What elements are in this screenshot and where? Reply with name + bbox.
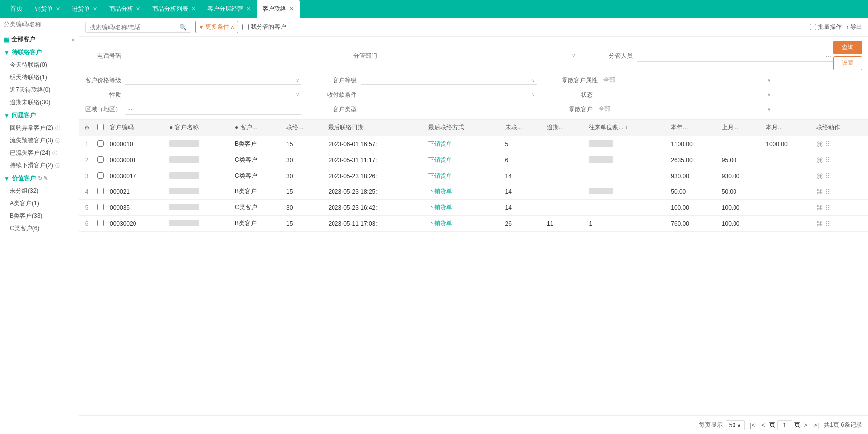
row-code: 00030020 <box>107 216 166 232</box>
row-last-method: 下销货单 <box>425 184 502 200</box>
sidebar-group-problem[interactable]: ▼ 问题客户 <box>0 109 79 122</box>
select-all-checkbox[interactable] <box>97 124 104 130</box>
nav-tab-3[interactable]: 商品分析列表 ✕ <box>146 0 201 18</box>
last-page-button[interactable]: >| <box>811 420 821 430</box>
sidebar-collapse-icon[interactable]: « <box>71 36 75 43</box>
row-last-method-link[interactable]: 下销货单 <box>428 172 452 179</box>
row-checkbox[interactable] <box>97 220 104 226</box>
sidebar-all-customers-header[interactable]: ▦ 全部客户 « <box>0 31 79 46</box>
status-select[interactable]: ∨ <box>597 90 773 99</box>
close-tab-1-icon[interactable]: ✕ <box>93 6 97 12</box>
row-more-icon[interactable]: ⠿ <box>825 140 830 148</box>
close-tab-3-icon[interactable]: ✕ <box>191 6 196 12</box>
row-last-method-link[interactable]: 下销货单 <box>428 188 452 195</box>
nav-tab-1[interactable]: 进货单 ✕ <box>66 0 103 18</box>
sidebar-group-pending[interactable]: ▼ 待联络客户 <box>0 46 79 59</box>
row-contact-icon[interactable]: ⌘ <box>816 220 823 228</box>
row-last-method-link[interactable]: 下销货单 <box>428 220 452 227</box>
sidebar-item-overdue[interactable]: 逾期未联络(30) <box>0 96 79 109</box>
row-actions: ⌘ ⠿ <box>813 136 868 152</box>
phone-input[interactable] <box>125 51 322 61</box>
row-more-icon[interactable]: ⠿ <box>825 220 830 228</box>
row-contact-icon[interactable]: ⌘ <box>816 140 823 148</box>
refresh-icon[interactable]: ↻ <box>38 175 42 182</box>
row-this-month <box>763 184 813 200</box>
row-checkbox[interactable] <box>97 188 104 194</box>
table-header-row: ⚙ 客户编码 ● 客户名称 ● 客户... 联络... 最后联络日期 最后联络方… <box>79 120 868 136</box>
nav-home[interactable]: 首页 <box>4 0 29 18</box>
row-more-icon[interactable]: ⠿ <box>825 172 830 180</box>
row-contact-icon[interactable]: ⌘ <box>816 172 823 180</box>
sidebar-group-value[interactable]: ▼ 价值客户 ↻ ✎ <box>0 172 79 185</box>
row-more-icon[interactable]: ⠿ <box>825 204 830 212</box>
query-button[interactable]: 查询 <box>833 41 862 54</box>
batch-ops-button[interactable]: 批量操作 <box>810 23 842 31</box>
nav-tab-5[interactable]: 客户联络 ✕ <box>257 0 300 18</box>
dept-select[interactable]: ∨ <box>381 51 578 60</box>
row-last-method: 下销货单 <box>425 200 502 216</box>
next-page-button[interactable]: > <box>802 420 810 430</box>
sidebar-item-tomorrow[interactable]: 明天待联络(1) <box>0 71 79 84</box>
row-checkbox[interactable] <box>97 156 104 163</box>
close-tab-5-icon[interactable]: ✕ <box>289 6 294 12</box>
reset-button[interactable]: 设置 <box>833 56 862 70</box>
arrow-down-icon-2: ▼ <box>4 112 10 119</box>
row-contact-icon[interactable]: ⌘ <box>816 204 823 212</box>
close-tab-0-icon[interactable]: ✕ <box>56 6 60 12</box>
sidebar-item-a-class[interactable]: A类客户(1) <box>0 197 79 210</box>
row-contact-icon[interactable]: ⌘ <box>816 156 823 164</box>
sidebar-item-churned[interactable]: 已流失客户(24) ⓘ <box>0 147 79 159</box>
retail-label: 零散客户 <box>557 105 597 114</box>
sidebar-item-today[interactable]: 今天待联络(0) <box>0 59 79 71</box>
my-customers-checkbox[interactable] <box>242 24 249 30</box>
row-last-method-link[interactable]: 下销货单 <box>428 156 452 163</box>
sidebar-item-churn-warning[interactable]: 流失预警客户(3) ⓘ <box>0 134 79 147</box>
nav-tab-4[interactable]: 客户分层经营 ✕ <box>201 0 257 18</box>
sidebar-item-7days[interactable]: 近7天待联络(0) <box>0 84 79 96</box>
row-checkbox[interactable] <box>97 204 104 210</box>
nature-select[interactable]: ∨ <box>125 90 301 99</box>
dept-chevron-icon: ∨ <box>572 53 575 58</box>
page-input[interactable] <box>777 420 792 430</box>
row-checkbox-cell <box>94 136 107 152</box>
col-settings-icon[interactable]: ⚙ <box>79 120 94 136</box>
sidebar-item-c-class[interactable]: C类客户(6) <box>0 222 79 235</box>
row-more-icon[interactable]: ⠿ <box>825 156 830 164</box>
sidebar-item-repurchase-anomaly[interactable]: 回购异常客户(2) ⓘ <box>0 122 79 134</box>
retail-attr-select[interactable]: 全部 ∨ <box>601 74 773 86</box>
sidebar-item-ungrouped[interactable]: 未分组(32) <box>0 185 79 197</box>
nav-tab-0[interactable]: 销货单 ✕ <box>29 0 66 18</box>
row-account <box>586 200 668 216</box>
batch-checkbox[interactable] <box>810 24 816 30</box>
row-last-method-link[interactable]: 下销货单 <box>428 204 452 211</box>
row-checkbox[interactable] <box>97 140 104 147</box>
first-page-button[interactable]: |< <box>748 420 757 430</box>
price-grade-select[interactable]: ∨ <box>125 76 301 85</box>
retail-select[interactable]: 全部 ∨ <box>597 103 773 115</box>
row-contact-icon[interactable]: ⌘ <box>816 188 823 196</box>
row-checkbox[interactable] <box>97 172 104 179</box>
manager-dots-icon[interactable]: ··· <box>825 52 831 60</box>
search-icon[interactable]: 🔍 <box>179 24 187 31</box>
cust-grade-select[interactable]: ∨ <box>361 76 537 85</box>
row-last-method-link[interactable]: 下销货单 <box>428 140 452 147</box>
sidebar-item-declining[interactable]: 持续下滑客户(2) ⓘ <box>0 159 79 172</box>
cust-type-select[interactable] <box>361 108 537 111</box>
more-conditions-button[interactable]: ▼ 更多条件 ∧ <box>195 21 238 33</box>
sidebar-search-input[interactable] <box>4 21 78 28</box>
row-more-icon[interactable]: ⠿ <box>825 188 830 196</box>
payment-select[interactable]: ∨ <box>361 90 537 99</box>
export-button[interactable]: ↑ 导出 <box>846 23 862 31</box>
close-tab-2-icon[interactable]: ✕ <box>136 6 140 12</box>
per-page-select[interactable]: 50 ∨ <box>726 420 745 430</box>
row-num: 6 <box>79 216 94 232</box>
per-page-chevron-icon: ∨ <box>737 422 741 429</box>
search-input[interactable] <box>90 24 179 31</box>
edit-icon[interactable]: ✎ <box>43 175 48 182</box>
sidebar-item-b-class[interactable]: B类客户(33) <box>0 210 79 222</box>
nav-tab-2[interactable]: 商品分析 ✕ <box>103 0 146 18</box>
row-type: B类客户 <box>232 216 283 232</box>
prev-page-button[interactable]: < <box>759 420 767 430</box>
close-tab-4-icon[interactable]: ✕ <box>246 6 251 12</box>
export-icon: ↑ <box>846 24 849 31</box>
